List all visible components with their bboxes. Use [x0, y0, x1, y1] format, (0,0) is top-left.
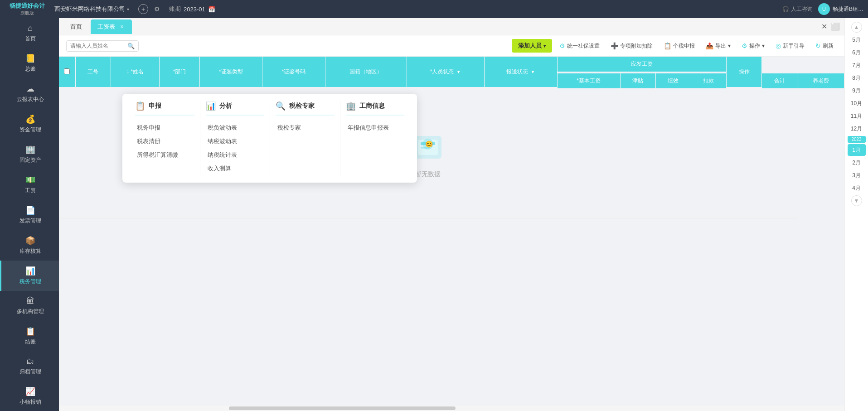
sidebar-item-home[interactable]: ⌂ 首页 [0, 18, 59, 48]
sidebar-item-report-label: 小畅报销 [19, 398, 41, 406]
calendar-icon[interactable]: 📅 [208, 6, 215, 13]
add-company-button[interactable]: + [138, 4, 148, 14]
window-close-button[interactable]: ✕ [821, 22, 827, 31]
dropdown-item-income-clearance[interactable]: 所得税汇算清缴 [135, 148, 194, 162]
dropdown-grid: 📋 申报 税务申报 税表清册 所得税汇算清缴 📊 分析 税负波动表 [130, 101, 410, 175]
dropdown-item-annual-report[interactable]: 年报信息申报表 [346, 121, 405, 135]
dropdown-item-tax-check[interactable]: 税检专家 [276, 121, 335, 135]
dropdown-item-tax-nav-wave[interactable]: 纳税波动表 [206, 135, 265, 148]
dropdown-item-tax-report[interactable]: 税务申报 [135, 121, 194, 135]
special-deduct-button[interactable]: ➕ 专项附加扣除 [607, 40, 656, 52]
timeline-month-11[interactable]: 11月 [848, 110, 866, 122]
timeline-year-badge: 2023 [848, 136, 866, 143]
company-selector[interactable]: 西安虾米网络科技有限公司 ▾ [54, 5, 131, 13]
sidebar-item-close[interactable]: 📋 结账 [0, 321, 59, 351]
th-pension: 养老费 [797, 73, 844, 88]
timeline-month-2[interactable]: 2月 [848, 157, 866, 169]
analysis-section-icon: 📊 [206, 101, 216, 111]
timeline-month-8[interactable]: 8月 [848, 72, 866, 84]
personal-tax-icon: 📋 [664, 42, 671, 49]
user-menu[interactable]: U 畅捷通B组… [818, 3, 863, 15]
sidebar-item-multi[interactable]: 🏛 多机构管理 [0, 291, 59, 321]
search-box: 🔍 [66, 40, 139, 52]
refresh-icon: ↻ [815, 42, 821, 49]
personal-tax-button[interactable]: 📋 个税申报 [660, 40, 698, 52]
tab-close-icon[interactable]: × [119, 24, 125, 30]
search-icon: 🔍 [127, 43, 135, 49]
th-operations: 操作 [727, 57, 762, 87]
sidebar-item-invoice[interactable]: 📄 发票管理 [0, 200, 59, 230]
sidebar-item-inventory-label: 库存核算 [19, 247, 41, 255]
th-performance: 绩效 [655, 73, 691, 88]
dropdown-item-tax-wave[interactable]: 税负波动表 [206, 121, 265, 135]
sidebar-item-funds[interactable]: 💰 资金管理 [0, 109, 59, 139]
social-security-button[interactable]: ⚙ 统一社保设置 [556, 40, 603, 52]
sidebar-item-fixed[interactable]: 🏢 固定资产 [0, 139, 59, 169]
svg-text:😊: 😊 [425, 140, 433, 148]
sidebar-item-home-label: 首页 [25, 35, 36, 43]
timeline-month-10[interactable]: 10月 [848, 97, 866, 109]
home-icon: ⌂ [28, 24, 33, 33]
sidebar-item-ledger[interactable]: 📒 总账 [0, 48, 59, 78]
sidebar-item-archive[interactable]: 🗂 归档管理 [0, 351, 59, 381]
sidebar-item-fixed-label: 固定资产 [19, 156, 41, 164]
timeline-month-5[interactable]: 5月 [848, 34, 866, 46]
table-scrollbar[interactable] [59, 406, 844, 411]
sidebar-item-salary-label: 工资 [25, 187, 36, 194]
timeline-month-3[interactable]: 3月 [848, 169, 866, 181]
person-status-filter-icon[interactable]: ▼ [456, 69, 461, 74]
sidebar-item-multi-label: 多机构管理 [17, 308, 44, 315]
guide-button[interactable]: ◎ 新手引导 [772, 40, 808, 52]
refresh-button[interactable]: ↻ 刷新 [812, 40, 837, 52]
add-person-label: 添加人员 [518, 42, 542, 50]
right-timeline-panel: ▲ 5月 6月 7月 8月 9月 10月 11月 12月 2023 1月 [844, 18, 868, 411]
timeline-month-9[interactable]: 9月 [848, 85, 866, 97]
tab-home[interactable]: 首页 [63, 19, 89, 34]
sidebar-item-inventory[interactable]: 📦 库存核算 [0, 230, 59, 261]
service-button[interactable]: 🎧 人工咨询 [782, 5, 813, 13]
search-input[interactable] [70, 43, 125, 49]
dropdown-section-analysis-title: 📊 分析 [206, 101, 265, 116]
add-person-button[interactable]: 添加人员 ▾ [512, 39, 552, 53]
sidebar-item-tax[interactable]: 📊 税务管理 [0, 261, 59, 291]
app-subtitle: 旗舰版 [20, 10, 34, 16]
operations-button[interactable]: ⚙ 操作 ▾ [738, 40, 768, 52]
timeline-month-7[interactable]: 7月 [848, 59, 866, 71]
dropdown-item-tax-clearance[interactable]: 税表清册 [135, 135, 194, 148]
period-value: 2023-01 [184, 6, 205, 13]
sidebar-item-salary[interactable]: 💵 工资 [0, 169, 59, 200]
timeline-month-1[interactable]: 1月 [848, 144, 866, 156]
app-logo: 畅捷通好会计 旗舰版 [5, 2, 50, 16]
select-all-header [59, 57, 75, 87]
dropdown-section-bizinfo: 🏢 工商信息 年报信息申报表 [340, 101, 410, 175]
personal-tax-label: 个税申报 [673, 42, 695, 50]
dropdown-item-tax-nav-stat[interactable]: 纳税统计表 [206, 148, 265, 162]
sidebar-item-funds-label: 资金管理 [19, 126, 41, 134]
scroll-thumb[interactable] [229, 406, 456, 410]
dropdown-section-report: 📋 申报 税务申报 税表清册 所得税汇算清缴 [130, 101, 200, 175]
sidebar-item-invoice-label: 发票管理 [19, 217, 41, 225]
th-employee-number: 工号 [75, 57, 111, 87]
dropdown-item-income-calc[interactable]: 收入测算 [206, 162, 265, 175]
cloud-icon: ☁ [26, 84, 34, 94]
avatar: U [818, 3, 830, 15]
timeline-month-12[interactable]: 12月 [848, 123, 866, 135]
th-allowance: 津贴 [620, 73, 655, 88]
timeline-month-6[interactable]: 6月 [848, 47, 866, 58]
select-all-checkbox[interactable] [64, 68, 70, 74]
timeline-up-button[interactable]: ▲ [851, 22, 862, 33]
settings-icon[interactable]: ⚙ [152, 4, 162, 14]
taxexpert-section-icon: 🔍 [276, 101, 286, 111]
window-restore-button[interactable]: ⬜ [831, 22, 840, 31]
headset-icon: 🎧 [782, 6, 789, 12]
sidebar-item-cloud[interactable]: ☁ 云报表中心 [0, 78, 59, 109]
tab-salary[interactable]: 工资表 × [91, 19, 132, 34]
sidebar-item-report[interactable]: 📈 小畅报销 [0, 381, 59, 411]
timeline-down-button[interactable]: ▼ [851, 195, 862, 206]
main-layout: ⌂ 首页 📒 总账 ☁ 云报表中心 💰 资金管理 🏢 固定资产 💵 工资 📄 发… [0, 18, 868, 411]
report-status-filter-icon[interactable]: ▼ [530, 69, 535, 74]
multi-icon: 🏛 [26, 296, 34, 306]
export-button[interactable]: 📤 导出 ▾ [702, 40, 734, 52]
timeline-month-4[interactable]: 4月 [848, 182, 866, 194]
sidebar-item-tax-label: 税务管理 [19, 278, 41, 285]
